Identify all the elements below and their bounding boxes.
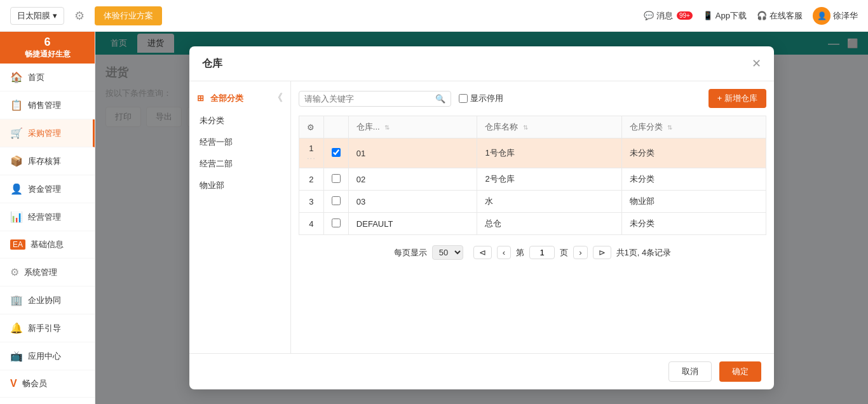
row-checkbox-cell	[323, 213, 348, 235]
table-row[interactable]: 3 03 水 物业部	[299, 191, 766, 213]
table-row[interactable]: 4 DEFAULT 总仓 未分类	[299, 213, 766, 235]
collapse-icon[interactable]: 《	[273, 91, 283, 105]
sidebar-item-basic[interactable]: EA 基础信息	[0, 231, 95, 259]
category-header[interactable]: ⊞ 全部分类 《	[189, 86, 290, 110]
per-page-select[interactable]: 50	[432, 245, 463, 260]
prev-page-btn[interactable]: ‹	[497, 246, 511, 259]
trial-button[interactable]: 体验行业方案	[95, 6, 162, 25]
page-label: 第	[516, 247, 524, 259]
warehouse-modal: 仓库 ✕ ⊞ 全部分类 《 未分类	[189, 46, 774, 389]
store-selector[interactable]: 日太阳膜 ▾	[10, 7, 64, 25]
user-item[interactable]: 👤 徐泽华	[813, 7, 858, 25]
guide-icon: 🔔	[10, 322, 23, 334]
row-code: 02	[348, 168, 477, 191]
sidebar-item-system[interactable]: ⚙ 系统管理	[0, 259, 95, 286]
sidebar-item-purchase[interactable]: 🛒 采购管理	[0, 119, 95, 147]
sidebar-item-vip[interactable]: V 畅会员	[0, 370, 95, 398]
appcenter-icon: 📺	[10, 350, 23, 362]
first-page-btn[interactable]: ⊲	[473, 246, 492, 259]
avatar: 👤	[813, 7, 831, 25]
sidebar-label-guide: 新手引导	[28, 323, 61, 334]
purchase-icon: 🛒	[10, 127, 23, 139]
header-left: 日太阳膜 ▾ ⚙ 体验行业方案	[10, 6, 162, 25]
category-item-unclassified[interactable]: 未分类	[189, 110, 290, 131]
row-actions-dots[interactable]: ···	[307, 153, 316, 163]
sidebar-label-appcenter: 应用中心	[28, 351, 61, 362]
col-code: 仓库... ⇅	[348, 116, 477, 138]
modal-close-button[interactable]: ✕	[752, 57, 761, 71]
category-panel: ⊞ 全部分类 《 未分类 经营一部 经营二部 物业部	[189, 81, 291, 353]
sidebar-item-appcenter[interactable]: 📺 应用中心	[0, 342, 95, 370]
sort-icon-code: ⇅	[384, 124, 390, 131]
row-category: 物业部	[621, 191, 766, 213]
sidebar: 6 畅捷通好生意 🏠 首页 📋 销售管理 🛒 采购管理 📦 库存核算 👤 资金管…	[0, 32, 95, 404]
per-page-label: 每页显示	[394, 247, 427, 259]
sidebar-label-home: 首页	[28, 72, 44, 83]
row-checkbox-0[interactable]	[332, 148, 341, 157]
pagination: 每页显示 50 ⊲ ‹ 第 页 › ⊳ 共1页, 4	[299, 238, 766, 267]
total-info: 共1页, 4条记录	[616, 247, 672, 259]
row-gear: 3	[299, 191, 324, 213]
sidebar-item-enterprise[interactable]: 🏢 企业协同	[0, 286, 95, 314]
message-icon: 💬	[644, 11, 654, 20]
settings-icon[interactable]: ⚙	[74, 9, 85, 23]
show-disabled-text: 显示停用	[470, 93, 503, 104]
sidebar-logo: 6 畅捷通好生意	[0, 32, 95, 64]
content-panel: 🔍 显示停用 + 新增仓库 ⚙	[291, 81, 774, 353]
show-disabled-label[interactable]: 显示停用	[459, 93, 503, 104]
category-item-ops1[interactable]: 经营一部	[189, 131, 290, 153]
sort-icon-category: ⇅	[667, 124, 672, 131]
category-all-label: 全部分类	[210, 93, 243, 104]
confirm-button[interactable]: 确定	[719, 361, 761, 382]
sidebar-item-sales[interactable]: 📋 销售管理	[0, 91, 95, 119]
main-layout: 6 畅捷通好生意 🏠 首页 📋 销售管理 🛒 采购管理 📦 库存核算 👤 资金管…	[0, 32, 868, 404]
last-page-btn[interactable]: ⊳	[593, 246, 611, 259]
online-service-item[interactable]: 🎧 在线客服	[757, 10, 803, 22]
modal-title: 仓库	[202, 57, 222, 71]
cancel-button[interactable]: 取消	[668, 361, 712, 382]
page-suffix: 页	[560, 247, 568, 259]
col-checkbox	[323, 116, 348, 138]
search-input[interactable]	[304, 94, 435, 104]
col-gear: ⚙	[299, 116, 324, 138]
search-input-wrap: 🔍	[299, 91, 451, 107]
show-disabled-checkbox[interactable]	[459, 94, 468, 103]
row-num-1: 1	[309, 144, 313, 153]
row-code: 01	[348, 138, 477, 168]
row-checkbox-1[interactable]	[332, 174, 341, 183]
row-checkbox-cell	[323, 191, 348, 213]
category-item-property[interactable]: 物业部	[189, 175, 290, 196]
row-gear: 2	[299, 168, 324, 191]
sort-icon-name: ⇅	[523, 124, 528, 131]
page-number-input[interactable]	[529, 246, 555, 259]
sidebar-item-home[interactable]: 🏠 首页	[0, 64, 95, 91]
sidebar-label-system: 系统管理	[24, 267, 57, 278]
row-name: 总仓	[477, 213, 621, 235]
sidebar-item-finance[interactable]: 👤 资金管理	[0, 175, 95, 203]
store-name: 日太阳膜	[17, 10, 50, 22]
row-checkbox-3[interactable]	[332, 219, 341, 227]
sidebar-item-operations[interactable]: 📊 经营管理	[0, 203, 95, 231]
row-name: 2号仓库	[477, 168, 621, 191]
basic-icon: EA	[10, 239, 25, 250]
modal-footer: 取消 确定	[189, 353, 774, 389]
chevron-down-icon: ▾	[53, 11, 57, 20]
inventory-icon: 📦	[10, 155, 23, 167]
table-row[interactable]: 1··· 01 1号仓库 未分类	[299, 138, 766, 168]
search-bar: 🔍 显示停用 + 新增仓库	[299, 89, 766, 108]
messages-item[interactable]: 💬 消息 99+	[644, 10, 693, 22]
row-code: DEFAULT	[348, 213, 477, 235]
sidebar-item-inventory[interactable]: 📦 库存核算	[0, 147, 95, 175]
sidebar-label-enterprise: 企业协同	[28, 295, 61, 306]
category-item-ops2[interactable]: 经营二部	[189, 153, 290, 175]
home-icon: 🏠	[10, 71, 23, 83]
app-download-item[interactable]: 📱 App下载	[703, 10, 747, 22]
next-page-btn[interactable]: ›	[573, 246, 587, 259]
sidebar-item-guide[interactable]: 🔔 新手引导	[0, 314, 95, 342]
row-checkbox-2[interactable]	[332, 196, 341, 205]
app-download-label: App下载	[715, 10, 747, 22]
search-icon[interactable]: 🔍	[435, 94, 445, 104]
modal-header: 仓库 ✕	[189, 46, 774, 81]
add-warehouse-button[interactable]: + 新增仓库	[709, 89, 766, 108]
table-row[interactable]: 2 02 2号仓库 未分类	[299, 168, 766, 191]
